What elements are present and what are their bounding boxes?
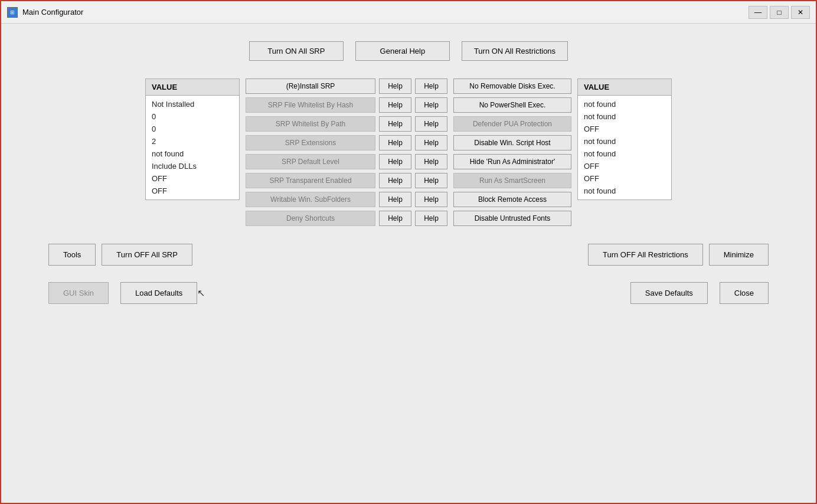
- left-panel-header: VALUE: [146, 79, 239, 96]
- left-value-2: 0: [152, 123, 233, 135]
- right-panel-body: not found not found OFF not found not fo…: [578, 96, 671, 199]
- srp-help-4b[interactable]: Help: [415, 154, 447, 169]
- srp-row-5: SRP Transparent Enabled Help Help: [246, 173, 447, 188]
- content-area: Turn ON All SRP General Help Turn ON All…: [1, 24, 816, 503]
- right-value-3: not found: [584, 135, 665, 148]
- bottom-buttons-row1: Tools Turn OFF All SRP Turn OFF All Rest…: [37, 244, 780, 266]
- srp-help-7b[interactable]: Help: [415, 211, 447, 226]
- bottom-buttons-row2: GUI Skin Load Defaults ↖ Save Defaults C…: [37, 282, 780, 304]
- left-value-6: OFF: [152, 172, 233, 185]
- hide-run-as-admin-button[interactable]: Hide 'Run As Administrator': [453, 154, 571, 169]
- restriction-row-3: Disable Win. Script Host: [453, 135, 571, 150]
- right-value-2: OFF: [584, 123, 665, 135]
- srp-help-7a[interactable]: Help: [379, 211, 411, 226]
- maximize-button[interactable]: □: [770, 6, 789, 19]
- turn-off-restrictions-button[interactable]: Turn OFF All Restrictions: [588, 244, 703, 266]
- srp-help-1a[interactable]: Help: [379, 97, 411, 113]
- restrictions-section: No Removable Disks Exec. No PowerShell E…: [453, 78, 571, 226]
- srp-help-4a[interactable]: Help: [379, 154, 411, 169]
- left-value-4: not found: [152, 148, 233, 160]
- turn-on-restrictions-button[interactable]: Turn ON All Restrictions: [462, 41, 568, 61]
- title-bar: ⊞ Main Configurator — □ ✕: [1, 1, 816, 24]
- restriction-row-2: Defender PUA Protection: [453, 116, 571, 132]
- srp-help-3b[interactable]: Help: [415, 135, 447, 150]
- reinstall-srp-button[interactable]: (Re)Install SRP: [246, 78, 375, 94]
- srp-transparent: SRP Transparent Enabled: [246, 173, 375, 188]
- srp-row-3: SRP Extensions Help Help: [246, 135, 447, 150]
- srp-extensions: SRP Extensions: [246, 135, 375, 150]
- main-window: ⊞ Main Configurator — □ ✕ Turn ON All SR…: [0, 0, 817, 504]
- close-button[interactable]: ✕: [791, 6, 810, 19]
- srp-row-4: SRP Default Level Help Help: [246, 154, 447, 169]
- minimize-button[interactable]: —: [749, 6, 767, 19]
- restriction-row-6: Block Remote Access: [453, 192, 571, 207]
- bottom-row2-left: GUI Skin: [48, 282, 109, 304]
- no-powershell-button[interactable]: No PowerShell Exec.: [453, 97, 571, 113]
- block-remote-access-button[interactable]: Block Remote Access: [453, 192, 571, 207]
- srp-help-1b[interactable]: Help: [415, 97, 447, 113]
- right-value-panel: VALUE not found not found OFF not found …: [577, 78, 672, 200]
- load-defaults-button[interactable]: Load Defaults: [120, 282, 197, 304]
- srp-writable-subfolders: Writable Win. SubFolders: [246, 192, 375, 207]
- turn-off-srp-button[interactable]: Turn OFF All SRP: [102, 244, 192, 266]
- srp-row-0: (Re)Install SRP Help Help: [246, 78, 447, 94]
- left-value-panel: VALUE Not Installed 0 0 2 not found Incl…: [145, 78, 240, 200]
- restriction-row-7: Disable Untrusted Fonts: [453, 211, 571, 226]
- cursor-icon: ↖: [197, 288, 205, 298]
- srp-row-7: Deny Shortcuts Help Help: [246, 211, 447, 226]
- no-removable-disks-button[interactable]: No Removable Disks Exec.: [453, 78, 571, 94]
- srp-default-level: SRP Default Level: [246, 154, 375, 169]
- srp-help-5b[interactable]: Help: [415, 173, 447, 188]
- srp-row-6: Writable Win. SubFolders Help Help: [246, 192, 447, 207]
- restriction-row-0: No Removable Disks Exec.: [453, 78, 571, 94]
- disable-untrusted-fonts-button[interactable]: Disable Untrusted Fonts: [453, 211, 571, 226]
- left-value-3: 2: [152, 135, 233, 148]
- srp-help-0a[interactable]: Help: [379, 78, 411, 94]
- right-panel-header: VALUE: [578, 79, 671, 96]
- run-as-smartscreen-button: Run As SmartScreen: [453, 173, 571, 188]
- app-icon: ⊞: [7, 7, 18, 18]
- right-value-5: OFF: [584, 160, 665, 172]
- srp-section: (Re)Install SRP Help Help SRP File White…: [246, 78, 447, 226]
- right-value-4: not found: [584, 148, 665, 160]
- left-value-5: Include DLLs: [152, 160, 233, 172]
- bottom-right-group: Turn OFF All Restrictions Minimize: [588, 244, 769, 266]
- save-defaults-button[interactable]: Save Defaults: [630, 282, 708, 304]
- right-value-7: not found: [584, 185, 665, 197]
- srp-help-2b[interactable]: Help: [415, 116, 447, 132]
- right-value-0: not found: [584, 98, 665, 110]
- srp-whitelist-by-path: SRP Whitelist By Path: [246, 116, 375, 132]
- left-value-7: OFF: [152, 185, 233, 197]
- srp-help-6b[interactable]: Help: [415, 192, 447, 207]
- right-value-6: OFF: [584, 172, 665, 185]
- turn-on-srp-button[interactable]: Turn ON All SRP: [249, 41, 344, 61]
- disable-script-host-button[interactable]: Disable Win. Script Host: [453, 135, 571, 150]
- main-area: VALUE Not Installed 0 0 2 not found Incl…: [37, 78, 780, 226]
- left-panel-body: Not Installed 0 0 2 not found Include DL…: [146, 96, 239, 199]
- minimize-bottom-button[interactable]: Minimize: [709, 244, 769, 266]
- srp-help-0b[interactable]: Help: [415, 78, 447, 94]
- srp-help-6a[interactable]: Help: [379, 192, 411, 207]
- left-value-0: Not Installed: [152, 98, 233, 110]
- srp-row-1: SRP File Whitelist By Hash Help Help: [246, 97, 447, 113]
- window-title: Main Configurator: [22, 8, 83, 17]
- bottom-row2-right: Close: [720, 282, 769, 304]
- tools-button[interactable]: Tools: [48, 244, 96, 266]
- bottom-row2-center-right: Save Defaults: [630, 282, 708, 304]
- srp-help-3a[interactable]: Help: [379, 135, 411, 150]
- bottom-row2-spacer: ↖: [197, 287, 630, 299]
- srp-file-whitelist: SRP File Whitelist By Hash: [246, 97, 375, 113]
- defender-pua-button: Defender PUA Protection: [453, 116, 571, 132]
- srp-deny-shortcuts: Deny Shortcuts: [246, 211, 375, 226]
- gui-skin-button: GUI Skin: [48, 282, 109, 304]
- bottom-center-group: Turn OFF All SRP: [102, 244, 192, 266]
- general-help-button[interactable]: General Help: [355, 41, 450, 61]
- srp-help-5a[interactable]: Help: [379, 173, 411, 188]
- title-buttons: — □ ✕: [749, 6, 810, 19]
- restriction-row-4: Hide 'Run As Administrator': [453, 154, 571, 169]
- restriction-row-1: No PowerShell Exec.: [453, 97, 571, 113]
- restriction-row-5: Run As SmartScreen: [453, 173, 571, 188]
- srp-help-2a[interactable]: Help: [379, 116, 411, 132]
- top-buttons-row: Turn ON All SRP General Help Turn ON All…: [37, 41, 780, 61]
- close-bottom-button[interactable]: Close: [720, 282, 769, 304]
